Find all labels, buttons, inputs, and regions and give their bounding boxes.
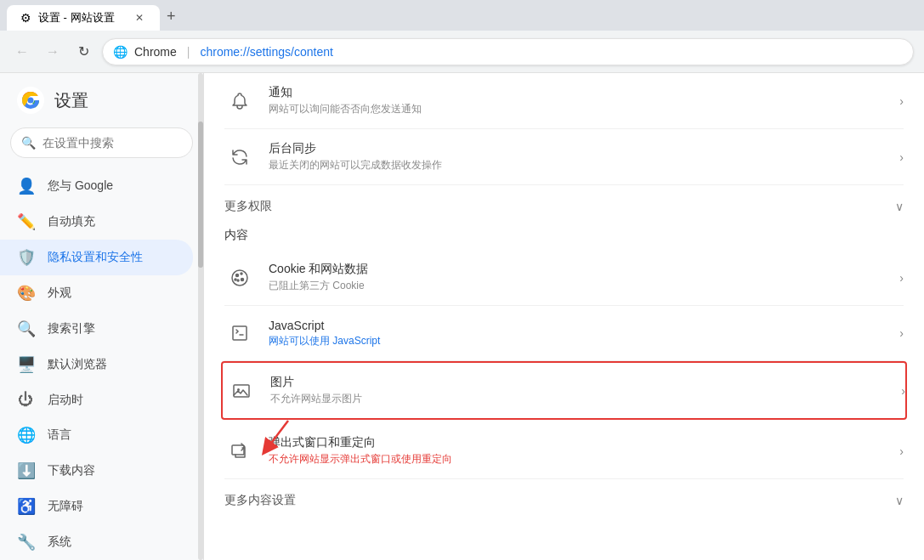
svg-point-3 <box>232 270 247 286</box>
more-content-header[interactable]: 更多内容设置 ∨ <box>224 479 904 515</box>
sidebar-item-label: 默认浏览器 <box>48 357 107 372</box>
cookie-subtitle: 已阻止第三方 Cookie <box>269 279 893 293</box>
javascript-item[interactable]: JavaScript 网站可以使用 JavaScript › <box>224 306 904 361</box>
images-highlight-box: 图片 不允许网站显示图片 › <box>221 361 907 420</box>
sidebar-scrollbar <box>198 73 203 560</box>
popup-icon <box>230 441 250 461</box>
person-icon: 👤 <box>17 177 34 195</box>
sidebar-item-label: 系统 <box>48 535 71 550</box>
download-icon: ⬇️ <box>17 461 34 480</box>
back-button[interactable]: ← <box>10 40 34 64</box>
js-icon-wrap <box>224 318 255 348</box>
sync-subtitle: 最近关闭的网站可以完成数据收发操作 <box>269 158 893 173</box>
more-permissions-chevron: ∨ <box>895 200 904 213</box>
url-separator: | <box>187 45 190 59</box>
search-icon: 🔍 <box>21 136 36 150</box>
url-prefix: Chrome <box>134 45 177 59</box>
popup-arrow: › <box>899 444 904 458</box>
sidebar-item-label: 隐私设置和安全性 <box>48 250 143 265</box>
javascript-icon <box>230 323 250 343</box>
sync-title: 后台同步 <box>269 141 893 156</box>
reload-button[interactable]: ↻ <box>71 40 95 64</box>
settings-section: 通知 网站可以询问能否否向您发送通知 › 后台同步 最近关闭的网站可以完成数据收… <box>204 73 924 515</box>
notifications-arrow: › <box>899 94 904 108</box>
sidebar-item-accessibility[interactable]: ♿ 无障碍 <box>0 489 193 524</box>
search-input[interactable] <box>43 136 182 150</box>
popup-item[interactable]: 弹出式窗口和重定向 不允许网站显示弹出式窗口或使用重定向 › <box>224 423 904 479</box>
sidebar-item-autofill[interactable]: ✏️ 自动填充 <box>0 204 193 240</box>
sidebar: 设置 🔍 👤 您与 Google ✏️ 自动填充 🛡️ 隐私设置和安全性 🎨 外… <box>0 73 204 560</box>
sidebar-item-search[interactable]: 🔍 搜索引擎 <box>0 311 193 347</box>
popup-title: 弹出式窗口和重定向 <box>269 435 893 450</box>
cookie-content: Cookie 和网站数据 已阻止第三方 Cookie <box>269 262 893 293</box>
autofill-icon: ✏️ <box>17 212 34 231</box>
background-sync-item[interactable]: 后台同步 最近关闭的网站可以完成数据收发操作 › <box>224 129 904 185</box>
sidebar-search-bar[interactable]: 🔍 <box>10 127 193 158</box>
more-permissions-label: 更多权限 <box>224 199 272 214</box>
sidebar-item-system[interactable]: 🔧 系统 <box>0 524 193 560</box>
address-bar: ← → ↻ 🌐 Chrome | chrome://settings/conte… <box>0 31 924 73</box>
notifications-content: 通知 网站可以询问能否否向您发送通知 <box>269 85 893 116</box>
cookie-title: Cookie 和网站数据 <box>269 262 893 277</box>
more-permissions-header[interactable]: 更多权限 ∨ <box>224 185 904 221</box>
svg-point-7 <box>237 280 239 281</box>
cookie-icon-wrap <box>224 263 255 293</box>
url-bar[interactable]: 🌐 Chrome | chrome://settings/content <box>102 38 914 65</box>
js-title: JavaScript <box>269 319 893 332</box>
sidebar-item-default-browser[interactable]: 🖥️ 默认浏览器 <box>0 347 193 382</box>
cookie-item[interactable]: Cookie 和网站数据 已阻止第三方 Cookie › <box>224 250 904 306</box>
notifications-subtitle: 网站可以询问能否否向您发送通知 <box>269 102 893 116</box>
shield-icon: 🛡️ <box>17 248 34 267</box>
chrome-logo-icon <box>17 87 44 114</box>
browser-icon: 🖥️ <box>17 355 34 374</box>
notifications-title: 通知 <box>269 85 893 100</box>
new-tab-button[interactable]: + <box>160 4 183 29</box>
svg-point-6 <box>241 278 244 280</box>
sidebar-item-privacy[interactable]: 🛡️ 隐私设置和安全性 <box>0 240 193 275</box>
cookie-icon <box>230 268 250 288</box>
content-section-label: 内容 <box>224 221 904 250</box>
forward-button[interactable]: → <box>41 40 65 64</box>
image-icon-wrap <box>226 376 257 406</box>
content-area: 通知 网站可以询问能否否向您发送通知 › 后台同步 最近关闭的网站可以完成数据收… <box>204 73 924 560</box>
sidebar-nav: 👤 您与 Google ✏️ 自动填充 🛡️ 隐私设置和安全性 🎨 外观 🔍 搜… <box>0 165 203 560</box>
accessibility-icon: ♿ <box>17 497 34 516</box>
search-engine-icon: 🔍 <box>17 320 34 338</box>
sidebar-item-google[interactable]: 👤 您与 Google <box>0 168 193 204</box>
main-layout: 设置 🔍 👤 您与 Google ✏️ 自动填充 🛡️ 隐私设置和安全性 🎨 外… <box>0 73 924 560</box>
sidebar-item-appearance[interactable]: 🎨 外观 <box>0 275 193 311</box>
popup-content: 弹出式窗口和重定向 不允许网站显示弹出式窗口或使用重定向 <box>269 435 893 467</box>
sidebar-item-label: 下载内容 <box>48 463 95 478</box>
tab-label: 设置 - 网站设置 <box>38 10 115 25</box>
popup-item-wrapper: 弹出式窗口和重定向 不允许网站显示弹出式窗口或使用重定向 › <box>224 423 904 479</box>
sidebar-item-startup[interactable]: ⏻ 启动时 <box>0 382 193 417</box>
sidebar-item-downloads[interactable]: ⬇️ 下载内容 <box>0 453 193 489</box>
bell-icon <box>230 91 250 111</box>
more-content-chevron: ∨ <box>895 494 904 507</box>
sidebar-scrollbar-thumb <box>198 122 203 268</box>
sidebar-header: 设置 <box>0 73 203 127</box>
notifications-item[interactable]: 通知 网站可以询问能否否向您发送通知 › <box>224 73 904 129</box>
svg-point-2 <box>28 98 34 104</box>
notifications-icon-wrap <box>224 86 255 116</box>
sidebar-item-label: 搜索引擎 <box>48 321 95 337</box>
images-content: 图片 不允许网站显示图片 <box>270 375 894 406</box>
active-tab[interactable]: ⚙ 设置 - 网站设置 ✕ <box>7 5 160 31</box>
js-content: JavaScript 网站可以使用 JavaScript <box>269 319 893 348</box>
js-subtitle: 网站可以使用 JavaScript <box>269 334 893 348</box>
sidebar-title: 设置 <box>54 89 88 112</box>
sync-content: 后台同步 最近关闭的网站可以完成数据收发操作 <box>269 141 893 173</box>
startup-icon: ⏻ <box>17 391 34 409</box>
sidebar-item-language[interactable]: 🌐 语言 <box>0 417 193 453</box>
image-icon <box>231 381 252 401</box>
images-title: 图片 <box>270 375 894 390</box>
cookie-arrow: › <box>899 271 904 285</box>
sidebar-item-label: 无障碍 <box>48 499 83 514</box>
svg-point-5 <box>241 273 242 274</box>
site-favicon: 🌐 <box>113 45 128 59</box>
images-item[interactable]: 图片 不允许网站显示图片 › <box>223 363 905 418</box>
tab-close-button[interactable]: ✕ <box>133 11 146 25</box>
images-subtitle: 不允许网站显示图片 <box>270 392 894 406</box>
sidebar-item-label: 语言 <box>48 427 71 443</box>
url-path: chrome://settings/content <box>200 45 332 59</box>
